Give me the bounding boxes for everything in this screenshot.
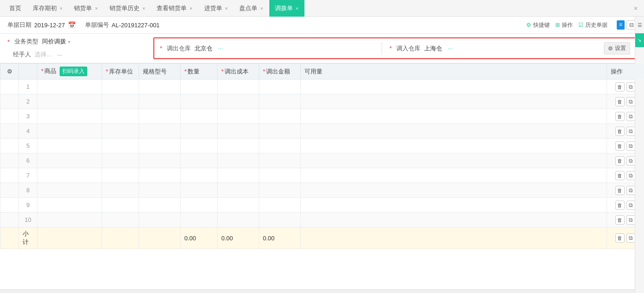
tab-sales-order[interactable]: 销货单 × (68, 0, 103, 17)
amount-cell[interactable] (259, 168, 301, 183)
amount-cell[interactable] (259, 124, 301, 139)
copy-row-button[interactable]: ⧉ (626, 127, 636, 136)
copy-row-button[interactable]: ⧉ (626, 141, 636, 151)
tab-close-sales-order[interactable]: × (95, 6, 97, 11)
qty-cell[interactable] (181, 94, 218, 109)
horizontal-scrollbar[interactable] (0, 289, 644, 293)
amount-cell[interactable] (259, 109, 301, 124)
goods-cell[interactable] (37, 94, 102, 109)
tab-home[interactable]: 首页 (4, 0, 27, 17)
goods-cell[interactable] (37, 139, 102, 153)
tab-inventory-init[interactable]: 库存期初 × (27, 0, 68, 17)
sidebar-list-icon[interactable]: ☰ (635, 20, 644, 30)
qty-cell[interactable] (181, 79, 218, 94)
shortcut-button[interactable]: ⚙ 快捷键 (526, 21, 550, 29)
amount-cell[interactable] (259, 213, 301, 227)
settings-button[interactable]: ⚙ 设置 (604, 42, 630, 55)
warehouse-in-more-button[interactable]: ··· (446, 45, 455, 52)
qty-cell[interactable] (181, 198, 218, 213)
amount-cell[interactable] (259, 183, 301, 198)
cost-cell[interactable] (218, 198, 259, 213)
copy-row-button[interactable]: ⧉ (626, 156, 636, 165)
delete-row-button[interactable]: 🗑 (615, 82, 625, 92)
amount-cell[interactable] (259, 198, 301, 213)
goods-cell[interactable] (37, 213, 102, 227)
amount-cell[interactable] (259, 139, 301, 153)
copy-row-button[interactable]: ⧉ (626, 201, 636, 210)
amount-cell[interactable] (259, 153, 301, 168)
goods-cell[interactable] (37, 183, 102, 198)
cost-cell[interactable] (218, 213, 259, 227)
tab-close-inventory-init[interactable]: × (60, 6, 62, 11)
tab-close-sales-history[interactable]: × (142, 6, 145, 11)
qty-cell[interactable] (181, 109, 218, 124)
business-type-dropdown[interactable]: 同价调拨 ▾ (42, 37, 70, 46)
sidebar-external-icon[interactable]: ↗ (635, 33, 644, 47)
tab-close-stocktake[interactable]: × (260, 6, 263, 11)
calendar-icon[interactable]: 📅 (68, 21, 76, 29)
qty-cell[interactable] (181, 124, 218, 139)
delete-row-button[interactable]: 🗑 (615, 127, 625, 136)
amount-cell[interactable] (259, 79, 301, 94)
goods-cell[interactable] (37, 168, 102, 183)
cost-cell[interactable] (218, 153, 259, 168)
cost-cell[interactable] (218, 139, 259, 153)
tab-transfer[interactable]: 调拨单 × (269, 0, 304, 17)
th-settings[interactable]: ⚙ (0, 64, 19, 79)
tab-view-sales[interactable]: 查看销货单 × (151, 0, 198, 17)
delete-row-button[interactable]: 🗑 (615, 186, 625, 195)
delete-row-button[interactable]: 🗑 (615, 215, 625, 225)
tab-close-transfer[interactable]: × (296, 6, 298, 11)
cost-cell[interactable] (218, 79, 259, 94)
delete-row-button[interactable]: 🗑 (615, 171, 625, 180)
amount-cell[interactable]: 0.00 (259, 227, 301, 249)
copy-row-button[interactable]: ⧉ (626, 186, 636, 195)
handler-more-button[interactable]: ··· (55, 51, 64, 58)
delete-row-button[interactable]: 🗑 (615, 233, 625, 243)
history-button[interactable]: ☑ 历史单据 (578, 21, 608, 29)
amount-cell[interactable] (259, 94, 301, 109)
qty-cell[interactable] (181, 139, 218, 153)
cost-cell[interactable] (218, 183, 259, 198)
copy-row-button[interactable]: ⧉ (626, 233, 636, 243)
qty-cell[interactable] (181, 213, 218, 227)
tab-stocktake[interactable]: 盘点单 × (234, 0, 269, 17)
warehouse-out-more-button[interactable]: ··· (216, 45, 225, 52)
cost-cell[interactable]: 0.00 (218, 227, 259, 249)
goods-cell[interactable] (37, 198, 102, 213)
avail-cell (301, 198, 607, 213)
copy-row-button[interactable]: ⧉ (626, 97, 636, 106)
delete-row-button[interactable]: 🗑 (615, 201, 625, 210)
goods-cell[interactable] (37, 124, 102, 139)
qty-cell[interactable] (181, 168, 218, 183)
goods-cell[interactable] (37, 227, 102, 249)
delete-row-button[interactable]: 🗑 (615, 156, 625, 165)
goods-cell[interactable] (37, 79, 102, 94)
delete-row-button[interactable]: 🗑 (615, 97, 625, 106)
qty-cell[interactable] (181, 183, 218, 198)
cost-cell[interactable] (218, 168, 259, 183)
copy-row-button[interactable]: ⧉ (626, 82, 636, 92)
qty-cell[interactable] (181, 153, 218, 168)
window-close-button[interactable]: × (631, 4, 640, 13)
scan-entry-button[interactable]: 扫码录入 (60, 67, 87, 76)
copy-row-button[interactable]: ⧉ (626, 215, 636, 225)
tab-close-view-sales[interactable]: × (189, 6, 192, 11)
table-settings-icon[interactable]: ⚙ (7, 68, 12, 75)
handler-select[interactable]: 选择... (35, 50, 52, 59)
goods-cell[interactable] (37, 109, 102, 124)
list-view-icon[interactable]: ≡ (617, 20, 625, 30)
tab-purchase-order[interactable]: 进货单 × (199, 0, 234, 17)
delete-row-button[interactable]: 🗑 (615, 141, 625, 151)
cost-cell[interactable] (218, 124, 259, 139)
delete-row-button[interactable]: 🗑 (615, 112, 625, 121)
tab-sales-history[interactable]: 销货单历史 × (104, 0, 151, 17)
copy-row-button[interactable]: ⧉ (626, 171, 636, 180)
qty-cell[interactable]: 0.00 (181, 227, 218, 249)
copy-row-button[interactable]: ⧉ (626, 112, 636, 121)
goods-cell[interactable] (37, 153, 102, 168)
cost-cell[interactable] (218, 94, 259, 109)
cost-cell[interactable] (218, 109, 259, 124)
operate-button[interactable]: ⊞ 操作 (555, 21, 573, 29)
tab-close-purchase-order[interactable]: × (225, 6, 228, 11)
